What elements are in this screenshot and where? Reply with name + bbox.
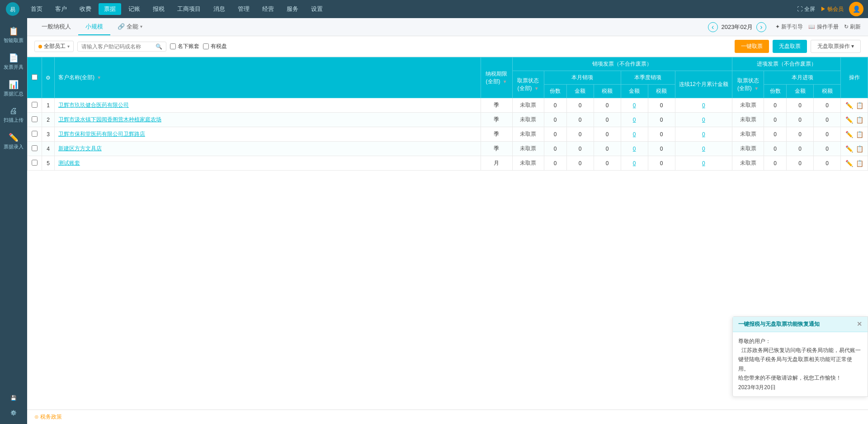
select-all-checkbox[interactable] — [32, 74, 38, 80]
row-checkbox[interactable] — [32, 160, 38, 166]
edit-icon[interactable]: ✏️ — [845, 145, 853, 152]
nav-bookkeeping[interactable]: 记账 — [123, 3, 146, 15]
nav-home[interactable]: 首页 — [25, 3, 48, 15]
customer-name-link[interactable]: 卫辉市玖玖健合医药有限公司 — [58, 102, 129, 108]
tab-general-taxpayer[interactable]: 一般纳税人 — [34, 19, 78, 35]
no-disk-operations-btn[interactable]: 无盘取票操作 ▾ — [811, 40, 861, 53]
edit-icon[interactable]: ✏️ — [845, 102, 853, 109]
table-row: 3 卫辉市保和堂医药有限公司卫辉路店 季 未取票 0 0 0 0 0 0 未取票… — [28, 127, 868, 142]
row-checkbox[interactable] — [32, 145, 38, 151]
sidebar-item-smart-ticket[interactable]: 📋 智能取票 — [1, 23, 26, 48]
fullscreen-btn[interactable]: ⛶ 全屏 — [797, 5, 815, 13]
edit-icon[interactable]: ✏️ — [845, 160, 853, 167]
user-avatar[interactable]: 👤 — [849, 2, 863, 16]
sidebar-item-invoice-summary[interactable]: 📊 票据汇总 — [1, 76, 26, 101]
customer-name-link[interactable]: 卫辉市汲水镇下园闻香阁营木种植家庭农场 — [58, 116, 161, 123]
sidebar-item-invoice-entry[interactable]: ✏️ 票据录入 — [1, 129, 26, 154]
col-settings: ⚙ — [42, 57, 55, 98]
row-purchase-monthly-amount: 0 — [787, 98, 814, 113]
sidebar-item-label: 发票开具 — [4, 64, 24, 71]
no-disk-get-btn[interactable]: 无盘取票 — [773, 40, 807, 53]
notification-close-btn[interactable]: ✕ — [857, 320, 862, 328]
row-checkbox-cell — [28, 113, 42, 127]
search-input[interactable] — [81, 43, 154, 50]
my-accounts-checkbox[interactable] — [170, 43, 176, 49]
row-sales-monthly-tax: 0 — [594, 113, 621, 127]
sidebar-item-invoice-issue[interactable]: 📄 发票开具 — [1, 49, 26, 74]
sidebar-item-scan-upload[interactable]: 🖨 扫描上传 — [1, 103, 26, 127]
customer-name-link[interactable]: 卫辉市保和堂医药有限公司卫辉路店 — [58, 131, 145, 137]
employee-filter-label: 全部员工 — [44, 43, 66, 50]
refresh-btn[interactable]: ↻ 刷新 — [844, 23, 861, 31]
annual-amount-link[interactable]: 0 — [702, 146, 705, 152]
col-sales-group: 销项发票（不合作废票） — [512, 57, 732, 71]
annual-amount-link[interactable]: 0 — [702, 117, 705, 123]
row-checkbox[interactable] — [32, 131, 38, 137]
col-sales-monthly-amount: 金额 — [566, 85, 594, 98]
quarterly-amount-link[interactable]: 0 — [633, 146, 636, 152]
view-icon[interactable]: 📋 — [856, 116, 863, 124]
one-click-get-btn[interactable]: 一键取票 — [735, 40, 769, 53]
nav-tax[interactable]: 报税 — [147, 3, 170, 15]
nav-message[interactable]: 消息 — [208, 3, 231, 15]
row-sales-annual: 0 — [675, 113, 732, 127]
tab-all-in-one[interactable]: 🔗 全能 ▾ — [110, 19, 150, 35]
sidebar-item-download[interactable]: 💾 — [1, 391, 26, 405]
vip-btn[interactable]: ▶ 畅会员 — [821, 5, 844, 13]
row-checkbox[interactable] — [32, 102, 38, 108]
row-period: 季 — [481, 127, 512, 142]
tax-policy-link[interactable]: ⊙ 税务政策 — [34, 413, 62, 421]
view-icon[interactable]: 📋 — [856, 145, 863, 152]
row-customer-name: 测试账套 — [55, 156, 481, 171]
nav-service[interactable]: 服务 — [281, 3, 304, 15]
row-sales-monthly-count: 0 — [544, 113, 566, 127]
nav-settings[interactable]: 设置 — [306, 3, 328, 15]
sidebar-item-label: 票据汇总 — [4, 91, 24, 97]
nav-business[interactable]: 工商项目 — [172, 3, 206, 15]
annual-amount-link[interactable]: 0 — [702, 160, 705, 167]
has-taxdisk-checkbox[interactable] — [203, 43, 209, 49]
col-purchase-monthly-amount: 金额 — [787, 85, 814, 98]
customer-name-link[interactable]: 新建区方方文具店 — [58, 145, 102, 152]
view-icon[interactable]: 📋 — [856, 102, 863, 109]
toolbar-right: 一键取票 无盘取票 无盘取票操作 ▾ — [735, 40, 861, 53]
quarterly-amount-link[interactable]: 0 — [633, 117, 636, 123]
nav-invoice[interactable]: 票据 — [99, 3, 121, 15]
sidebar-item-settings[interactable]: ⚙️ — [1, 406, 26, 419]
row-sales-monthly-tax: 0 — [594, 156, 621, 171]
checkbox-has-taxdisk[interactable]: 有税盘 — [203, 43, 227, 50]
row-purchase-status: 未取票 — [732, 98, 764, 113]
tab-small-scale[interactable]: 小规模 — [78, 19, 110, 35]
annual-amount-link[interactable]: 0 — [702, 102, 705, 109]
filter-dot-icon — [38, 45, 42, 48]
annual-amount-link[interactable]: 0 — [702, 131, 705, 138]
nav-billing[interactable]: 收费 — [74, 3, 97, 15]
view-icon[interactable]: 📋 — [856, 131, 863, 138]
row-sales-monthly-tax: 0 — [594, 127, 621, 142]
nav-manage[interactable]: 管理 — [232, 3, 255, 15]
row-sales-status: 未取票 — [512, 127, 544, 142]
edit-icon[interactable]: ✏️ — [845, 131, 853, 138]
table-body: 1 卫辉市玖玖健合医药有限公司 季 未取票 0 0 0 0 0 0 未取票 0 … — [28, 98, 868, 171]
quarterly-amount-link[interactable]: 0 — [633, 160, 636, 167]
has-taxdisk-label: 有税盘 — [211, 43, 227, 50]
prev-month-btn[interactable]: ‹ — [708, 22, 718, 32]
sub-tabs-bar: 一般纳税人 小规模 🔗 全能 ▾ ‹ 2023年02月 › ✦ 新手引导 📖 操… — [27, 18, 868, 36]
edit-icon[interactable]: ✏️ — [845, 116, 853, 124]
employee-filter[interactable]: 全部员工 ▾ — [34, 41, 74, 52]
nav-operation[interactable]: 经营 — [257, 3, 279, 15]
checkbox-my-accounts[interactable]: 名下账套 — [170, 43, 199, 50]
col-tax-period: 纳税期限(全部) ▼ — [481, 57, 512, 98]
nav-customer[interactable]: 客户 — [50, 3, 72, 15]
beginner-guide-btn[interactable]: ✦ 新手引导 — [775, 23, 803, 31]
manual-btn[interactable]: 📖 操作手册 — [808, 23, 838, 31]
quarterly-amount-link[interactable]: 0 — [633, 131, 636, 138]
quarterly-amount-link[interactable]: 0 — [633, 102, 636, 109]
next-month-btn[interactable]: › — [756, 22, 766, 32]
row-checkbox[interactable] — [32, 116, 38, 122]
search-icon[interactable]: 🔍 — [156, 43, 162, 50]
view-icon[interactable]: 📋 — [856, 160, 863, 167]
row-checkbox-cell — [28, 142, 42, 156]
customer-name-link[interactable]: 测试账套 — [58, 160, 80, 166]
row-purchase-monthly-tax: 0 — [814, 98, 841, 113]
